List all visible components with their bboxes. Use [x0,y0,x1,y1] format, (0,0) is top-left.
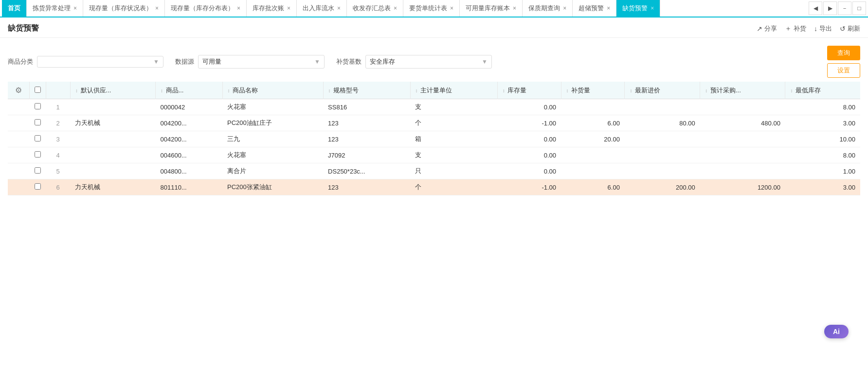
th-unit-label: 主计量单位 [420,87,452,94]
th-latest-price[interactable]: ↕ 最新进价 [625,82,700,99]
product-name-sort-icon: ↕ [228,88,230,93]
tab-receive-summary[interactable]: 收发存汇总表 × [347,0,403,17]
replenish-sort-icon: ↕ [566,88,569,93]
table-row[interactable]: 5 004800... 离合片 DS250*23c... 只 0.00 1.00 [8,163,860,179]
replenish-base-chevron-icon: ▼ [482,58,488,65]
tab-batch-account[interactable]: 库存批次账 × [247,0,297,17]
row-checkbox[interactable] [35,135,41,141]
th-min-stock[interactable]: ↕ 最低库存 [785,82,860,99]
tab-shortage-warning-close[interactable]: × [651,5,654,12]
table-row[interactable]: 3 004200... 三九 123 箱 0.00 20.00 10.00 [8,131,860,147]
th-check[interactable] [29,82,46,99]
tab-abnormal-close[interactable]: × [73,5,77,12]
row-product-name: PC200张紧油缸 [222,179,323,195]
tab-controls: ◀ ▶ － □ [809,1,866,15]
tab-available-ledger[interactable]: 可用量库存账本 × [460,0,523,17]
share-action[interactable]: ↗ 分享 [757,24,777,33]
row-check-cell[interactable] [29,147,46,163]
row-latest-price [625,147,700,163]
tab-prev-button[interactable]: ◀ [809,1,822,15]
refresh-action[interactable]: ↺ 刷新 [840,24,860,33]
gear-icon: ⚙ [15,86,22,94]
row-supplier: 力天机械 [70,115,155,131]
row-stock: 0.00 [497,99,561,115]
th-spec[interactable]: ↕ 规格型号 [323,82,410,99]
share-icon: ↗ [757,25,762,33]
tab-shortage-warning[interactable]: 缺货预警 × [616,0,660,17]
tab-overstock-warning-close[interactable]: × [607,5,610,12]
table-row[interactable]: 2 力天机械 004200... PC200油缸庄子 123 个 -1.00 6… [8,115,860,131]
tab-next-button[interactable]: ▶ [823,1,837,15]
tab-demand-stats[interactable]: 要货单统计表 × [403,0,460,17]
replenish-base-select[interactable]: 安全库存 ▼ [365,55,492,69]
row-min-stock: 8.00 [785,99,860,115]
ai-badge[interactable]: Ai [824,325,849,338]
th-gear[interactable]: ⚙ [8,82,29,99]
row-product-code: 0000042 [156,99,223,115]
row-checkbox[interactable] [35,151,41,158]
th-unit[interactable]: ↕ 主计量单位 [410,82,497,99]
tab-maximize-button[interactable]: □ [852,1,866,15]
th-product-name[interactable]: ↕ 商品名称 [222,82,323,99]
page-header: 缺货预警 ↗ 分享 ＋ 补货 ↓ 导出 ↺ 刷新 [0,18,868,38]
tab-demand-stats-close[interactable]: × [450,5,453,12]
row-check-cell[interactable] [29,179,46,195]
row-estimated-purchase [700,147,785,163]
row-check-cell[interactable] [29,99,46,115]
row-latest-price [625,163,700,179]
datasource-select[interactable]: 可用量 ▼ [198,55,325,69]
tab-inout-flow[interactable]: 出入库流水 × [297,0,347,17]
tab-receive-summary-close[interactable]: × [394,5,397,12]
tab-minimize-button[interactable]: － [838,1,851,15]
row-unit: 个 [410,115,497,131]
row-latest-price: 200.00 [625,179,700,195]
tab-available-ledger-close[interactable]: × [513,5,516,12]
tab-inventory-dist[interactable]: 现存量（库存分布表） × [165,0,247,17]
th-stock[interactable]: ↕ 库存量 [497,82,561,99]
query-button[interactable]: 查询 [827,46,860,60]
row-replenish [561,147,625,163]
category-select[interactable]: ▼ [37,56,163,68]
row-gear-cell [8,163,29,179]
tab-inout-flow-close[interactable]: × [337,5,341,12]
export-action[interactable]: ↓ 导出 [814,24,832,33]
export-label: 导出 [819,24,832,33]
replenish-action[interactable]: ＋ 补货 [785,24,806,33]
tab-inventory-status[interactable]: 现存量（库存状况表） × [83,0,165,17]
row-check-cell[interactable] [29,163,46,179]
th-replenish[interactable]: ↕ 补货量 [561,82,625,99]
th-estimated-purchase[interactable]: ↕ 预计采购... [700,82,785,99]
row-checkbox[interactable] [35,119,41,125]
filter-actions: 查询 设置 [827,46,860,78]
tab-demand-stats-label: 要货单统计表 [409,4,447,13]
table-row[interactable]: 6 力天机械 801110... PC200张紧油缸 123 个 -1.00 6… [8,179,860,195]
table-row[interactable]: 4 004600... 火花塞 J7092 支 0.00 8.00 [8,147,860,163]
table-row[interactable]: 1 0000042 火花塞 SS816 支 0.00 8.00 [8,99,860,115]
th-estimated-purchase-label: 预计采购... [710,87,741,94]
tab-abnormal[interactable]: 拣货异常处理 × [27,0,83,17]
row-checkbox[interactable] [35,183,41,190]
row-checkbox[interactable] [35,167,41,174]
select-all-checkbox[interactable] [35,87,41,93]
category-chevron-icon: ▼ [153,58,159,65]
row-check-cell[interactable] [29,115,46,131]
tab-expiry-query-close[interactable]: × [563,5,566,12]
tab-inventory-status-close[interactable]: × [155,5,159,12]
row-check-cell[interactable] [29,131,46,147]
th-seq [46,82,70,99]
tab-batch-account-close[interactable]: × [287,5,290,12]
tab-home[interactable]: 首页 [2,0,27,17]
tab-overstock-warning[interactable]: 超储预警 × [573,0,616,17]
settings-button[interactable]: 设置 [827,63,860,78]
row-min-stock: 3.00 [785,179,860,195]
table-body: 1 0000042 火花塞 SS816 支 0.00 8.00 2 力天机械 0… [8,99,860,195]
th-supplier[interactable]: ↕ 默认供应... [70,82,155,99]
tab-inventory-dist-close[interactable]: × [237,5,240,12]
row-supplier: 力天机械 [70,179,155,195]
th-product-code[interactable]: ↕ 商品... [156,82,223,99]
row-checkbox[interactable] [35,103,41,109]
th-supplier-label: 默认供应... [81,87,111,94]
th-spec-label: 规格型号 [333,87,359,94]
tab-expiry-query[interactable]: 保质期查询 × [523,0,573,17]
category-filter-group: 商品分类 ▼ [8,56,163,68]
